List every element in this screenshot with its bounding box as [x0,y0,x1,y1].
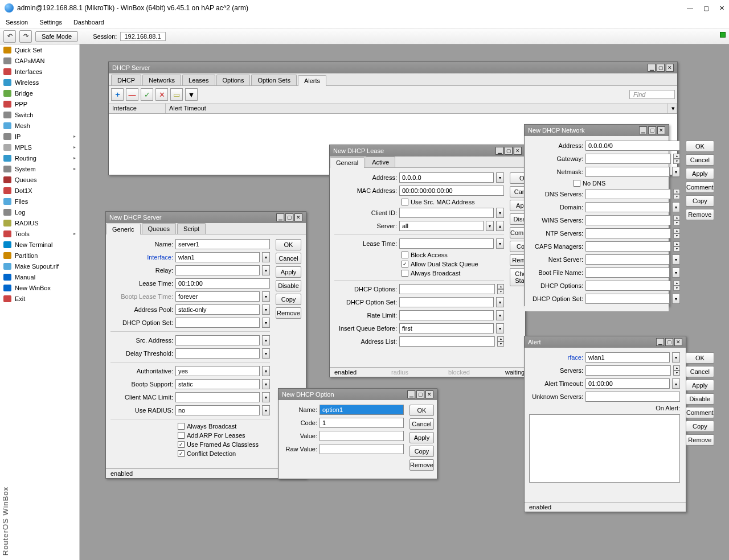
sidebar-item-radius[interactable]: RADIUS [0,217,79,228]
bootp-support-input[interactable] [175,379,260,389]
dropdown-icon[interactable]: ▾ [672,294,680,304]
dropdown-icon[interactable]: ▾ [672,167,680,177]
minimize-icon[interactable]: ▁ [407,390,415,398]
sidebar-item-ip[interactable]: IP▸ [0,131,79,142]
spinner[interactable]: ▴▾ [673,228,680,238]
gateway-input[interactable] [585,154,671,164]
server-input[interactable] [399,221,484,231]
lease-time-input[interactable] [175,278,270,289]
checkbox[interactable]: ✓ [178,441,185,448]
tab-alerts[interactable]: Alerts [298,75,326,86]
ok-button[interactable]: OK [686,141,714,152]
tab-dhcp[interactable]: DHCP [111,75,141,85]
sidebar-item-partition[interactable]: Partition [0,250,79,261]
spinner[interactable]: ▴▾ [497,336,504,347]
col-menu-icon[interactable]: ▾ [668,104,677,113]
insert-queue-before-input[interactable] [399,323,494,333]
comment-button[interactable]: Comment [686,407,714,418]
spinner[interactable]: ▴▾ [673,154,680,164]
checkbox[interactable] [402,199,408,205]
tab-networks[interactable]: Networks [142,75,181,85]
dropdown-icon[interactable]: ▾ [262,252,270,262]
remove-button[interactable]: Remove [409,459,434,471]
remove-button[interactable]: Remove [686,434,714,446]
bootp-lease-time-input[interactable] [175,291,260,302]
dropdown-icon[interactable]: ▾ [672,352,680,363]
sidebar-item-quick-set[interactable]: Quick Set [0,44,79,55]
code-input[interactable] [320,418,404,428]
value-input[interactable] [320,431,404,441]
use-radius-input[interactable] [175,405,260,415]
checkbox[interactable] [178,423,185,430]
dropdown-icon[interactable]: ▾ [496,208,504,218]
disable-button[interactable]: Disable [276,280,301,291]
raw-value-input[interactable] [320,444,404,454]
name-input[interactable] [320,405,404,415]
menu-dashboard[interactable]: Dashboard [73,19,104,26]
sidebar-item-make-supout-rif[interactable]: Make Supout.rif [0,261,79,271]
caps-managers-input[interactable] [585,241,671,252]
sidebar-item-interfaces[interactable]: Interfaces [0,66,79,77]
copy-button[interactable]: Copy [686,421,714,432]
disable-button[interactable]: ✕ [155,88,168,101]
dropdown-icon[interactable]: ▾ [262,379,270,389]
dns-servers-input[interactable] [585,189,671,199]
dropdown-icon[interactable]: ▾ [262,291,270,302]
safe-mode-button[interactable]: Safe Mode [35,31,78,42]
dropdown-icon[interactable]: ▾ [262,392,270,402]
cancel-button[interactable]: Cancel [409,418,434,430]
name-input[interactable] [175,239,270,249]
close-icon[interactable]: ✕ [294,213,302,221]
ok-button[interactable]: OK [686,352,714,364]
sidebar-item-dot1x[interactable]: Dot1X [0,185,79,196]
dropdown-icon[interactable]: ▾ [496,310,504,320]
sidebar-item-log[interactable]: Log [0,207,79,217]
interface-input[interactable] [175,252,260,262]
maximize-icon[interactable]: ▢ [648,126,656,134]
redo-button[interactable]: ↷ [19,30,32,43]
ntp-servers-input[interactable] [585,228,671,238]
spinner[interactable]: ▴▾ [673,365,680,376]
rate-limit-input[interactable] [399,310,494,320]
remove-button[interactable]: Remove [276,307,301,319]
expand-icon[interactable]: ▴ [496,221,504,231]
address-pool-input[interactable] [175,304,260,315]
sidebar-item-mpls[interactable]: MPLS▸ [0,142,79,153]
close-icon[interactable]: ✕ [514,147,522,155]
spinner[interactable]: ▴▾ [497,284,504,294]
close-icon[interactable]: ✕ [674,338,682,346]
dhcp-option-set-input[interactable] [399,297,494,307]
dropdown-icon[interactable]: ▾ [262,366,270,376]
sidebar-item-ppp[interactable]: PPP [0,98,79,109]
checkbox[interactable] [402,270,408,277]
dropdown-icon[interactable]: ▾ [672,202,680,212]
dropdown-icon[interactable]: ▾ [262,405,270,415]
dropdown-icon[interactable]: ▾ [262,265,270,275]
checkbox[interactable] [402,252,408,258]
netmask-input[interactable] [585,167,670,177]
ok-button[interactable]: OK [409,405,434,416]
checkbox[interactable] [178,432,185,439]
dhcp-options-input[interactable] [585,281,671,291]
sidebar-item-mesh[interactable]: Mesh [0,120,79,131]
spinner[interactable]: ▴▾ [673,189,680,199]
spinner[interactable]: ▴▾ [673,241,680,252]
disable-button[interactable]: Disable [686,393,714,405]
add-button[interactable]: ＋ [111,88,124,101]
rface-input[interactable] [585,352,670,363]
minimize-icon[interactable]: ▁ [656,338,664,346]
dropdown-icon[interactable]: ▾ [262,304,270,315]
address-list-input[interactable] [399,336,495,347]
cancel-button[interactable]: Cancel [276,253,301,264]
checkbox[interactable]: ✓ [178,450,185,457]
comment-button[interactable]: ▭ [170,88,183,101]
remove-button[interactable]: — [126,88,138,101]
sidebar-item-exit[interactable]: Exit [0,293,79,304]
remove-button[interactable]: Remove [686,209,714,220]
src-address-input[interactable] [175,335,260,345]
maximize-icon[interactable]: ▢ [657,64,665,72]
next-server-input[interactable] [585,254,670,265]
dhcp-options-input[interactable] [399,284,495,294]
unknown-servers-input[interactable] [585,392,680,402]
maximize-icon[interactable]: ▢ [285,213,293,221]
